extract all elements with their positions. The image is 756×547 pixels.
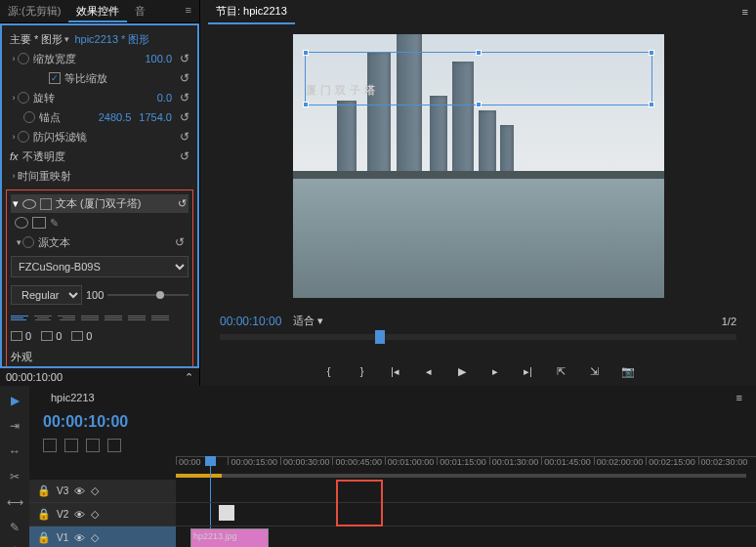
mark-in-icon[interactable]: { [320, 362, 338, 380]
panel-menu-icon[interactable]: ≡ [178, 0, 199, 22]
tab-audio[interactable]: 音 [127, 0, 153, 22]
val-scale-width[interactable]: 100.0 [145, 53, 172, 64]
work-area-bar[interactable] [176, 474, 746, 478]
tab-source[interactable]: 源:(无剪辑) [0, 0, 68, 22]
program-scrub-bar[interactable] [220, 334, 736, 340]
kerning-icon [41, 331, 53, 341]
marker-icon[interactable] [86, 439, 100, 452]
font-size[interactable]: 100 [86, 289, 104, 301]
track-lane-v1[interactable]: hp2213.jpg [176, 526, 756, 547]
mark-out-icon[interactable]: } [354, 362, 371, 380]
reset-icon[interactable]: ↺ [175, 235, 185, 249]
settings-icon[interactable] [107, 439, 121, 452]
pen-tool-icon[interactable]: ✎ [6, 519, 23, 536]
toggle-output-icon[interactable]: 👁 [74, 509, 85, 521]
sync-lock-icon[interactable]: ◇ [91, 508, 99, 521]
lock-icon[interactable]: 🔒 [37, 508, 51, 521]
track-head-v1[interactable]: 🔒 V1 👁 ◇ [29, 526, 176, 547]
extract-icon[interactable]: ⇲ [586, 362, 604, 380]
program-tab[interactable]: 节目: hpic2213 [208, 0, 295, 24]
track-head-v3[interactable]: 🔒 V3 👁 ◇ [29, 480, 176, 503]
breadcrumb-link[interactable]: hpic2213 * 图形 [74, 32, 149, 47]
play-icon[interactable]: ▶ [453, 362, 471, 380]
kerning-a[interactable]: 0 [25, 330, 31, 342]
reset-icon[interactable]: ↺ [180, 130, 189, 144]
pen-mask-icon[interactable]: ✎ [50, 217, 63, 229]
panel-menu-icon[interactable]: ≡ [742, 6, 748, 18]
slip-tool-icon[interactable]: ⟷ [6, 493, 23, 511]
program-monitor[interactable]: 厦门双子塔 [293, 34, 664, 298]
chevron-down-icon[interactable]: ▾ [13, 197, 19, 210]
go-to-in-icon[interactable]: |◂ [387, 362, 404, 380]
align-justify-last-right-icon[interactable] [151, 311, 169, 324]
resolution-dropdown[interactable]: 1/2 [722, 316, 736, 327]
reset-icon[interactable]: ↺ [180, 110, 189, 124]
align-right-icon[interactable] [58, 311, 75, 324]
toggle-output-icon[interactable]: 👁 [74, 485, 85, 497]
chevron-icon[interactable]: › [10, 132, 18, 142]
reset-icon[interactable]: ↺ [180, 149, 189, 163]
ellipse-mask-icon[interactable] [15, 217, 28, 229]
zoom-icon[interactable]: ⌃ [185, 371, 193, 384]
tab-effects[interactable]: 效果控件 [68, 0, 127, 22]
chevron-icon[interactable]: › [10, 93, 18, 103]
align-left-icon[interactable] [11, 311, 28, 324]
track-lane-v3[interactable] [176, 480, 756, 503]
linked-selection-icon[interactable] [64, 439, 78, 452]
stopwatch-icon[interactable] [18, 53, 29, 64]
stopwatch-icon[interactable] [18, 92, 29, 104]
weight-select[interactable]: Regular [11, 285, 82, 305]
align-justify-last-left-icon[interactable] [105, 311, 122, 324]
val-rotation[interactable]: 0.0 [157, 92, 172, 104]
playhead-icon[interactable] [375, 330, 385, 344]
track-lane-v2[interactable] [176, 503, 756, 526]
export-frame-icon[interactable]: 📷 [619, 362, 637, 380]
eye-icon[interactable] [22, 199, 36, 209]
val-anchor-x[interactable]: 2480.5 [99, 111, 132, 123]
stopwatch-icon[interactable] [22, 236, 34, 248]
razor-tool-icon[interactable]: ✂ [6, 468, 23, 485]
size-slider[interactable] [107, 294, 189, 296]
sync-lock-icon[interactable]: ◇ [91, 484, 99, 497]
reset-icon[interactable]: ↺ [180, 91, 189, 105]
reset-icon[interactable]: ↺ [180, 71, 189, 85]
toggle-output-icon[interactable]: 👁 [74, 532, 85, 544]
sync-lock-icon[interactable]: ◇ [91, 531, 99, 544]
panel-timecode[interactable]: 00:00:10:00 [6, 371, 63, 383]
video-clip[interactable]: hp2213.jpg [190, 528, 269, 547]
selection-highlight [336, 480, 383, 526]
snap-icon[interactable] [43, 439, 57, 452]
text-overlay[interactable]: 厦门双子塔 [305, 52, 652, 105]
uniform-checkbox[interactable] [49, 72, 61, 84]
selection-tool-icon[interactable]: ▶ [6, 392, 23, 409]
reset-icon[interactable]: ↺ [178, 197, 187, 210]
track-head-v2[interactable]: 🔒 V2 👁 ◇ [29, 503, 176, 526]
go-to-out-icon[interactable]: ▸| [520, 362, 537, 380]
lock-icon[interactable]: 🔒 [37, 531, 51, 544]
lift-icon[interactable]: ⇱ [553, 362, 570, 380]
align-center-icon[interactable] [34, 311, 52, 324]
step-fwd-icon[interactable]: ▸ [486, 362, 504, 380]
align-justify-icon[interactable] [81, 311, 99, 324]
chevron-icon[interactable]: › [10, 54, 18, 63]
chevron-icon[interactable]: › [10, 171, 18, 181]
align-justify-last-center-icon[interactable] [128, 311, 146, 324]
step-back-icon[interactable]: ◂ [420, 362, 438, 380]
lock-icon[interactable]: 🔒 [37, 484, 51, 497]
fit-dropdown[interactable]: 适合 ▾ [293, 314, 323, 328]
reset-icon[interactable]: ↺ [180, 52, 189, 65]
rect-mask-icon[interactable] [32, 217, 46, 229]
stopwatch-icon[interactable] [23, 111, 35, 123]
font-select[interactable]: FZCuSong-B09S [11, 256, 189, 277]
sequence-tab[interactable]: hpic2213 [43, 390, 103, 405]
track-select-tool-icon[interactable]: ⇥ [6, 417, 23, 435]
kerning-c[interactable]: 0 [86, 330, 92, 342]
val-anchor-y[interactable]: 1754.0 [139, 111, 172, 123]
timeline-timecode[interactable]: 00:00:10:00 [43, 413, 128, 431]
kerning-b[interactable]: 0 [56, 330, 62, 342]
chevron-down-icon[interactable]: ▾ [15, 237, 22, 247]
panel-menu-icon[interactable]: ≡ [736, 392, 742, 403]
stopwatch-icon[interactable] [18, 131, 29, 143]
program-timecode[interactable]: 00:00:10:00 [220, 315, 281, 328]
ripple-tool-icon[interactable]: ↔ [6, 442, 23, 460]
